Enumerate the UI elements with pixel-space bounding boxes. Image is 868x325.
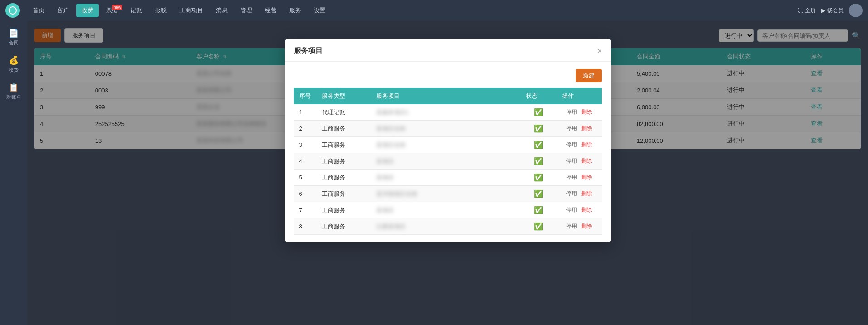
stop-button[interactable]: 停用 bbox=[566, 141, 577, 149]
stop-button[interactable]: 停用 bbox=[566, 206, 577, 214]
modal-table-row: 7 工商服务 某项目 ✅ 停用 删除 bbox=[294, 202, 602, 218]
contract-icon: 📄 bbox=[9, 28, 19, 38]
delete-button[interactable]: 删除 bbox=[581, 141, 592, 149]
nav-fee[interactable]: 收费 bbox=[76, 4, 99, 17]
status-check-icon: ✅ bbox=[534, 174, 543, 181]
logo-icon bbox=[9, 6, 17, 15]
nav-menu: 首页 客户 收费 票据 new 记账 报税 工商项目 消息 管理 经营 服务 设… bbox=[27, 4, 798, 17]
modal-table-row: 3 工商服务 某项目名称 ✅ 停用 删除 bbox=[294, 137, 602, 153]
stop-button[interactable]: 停用 bbox=[566, 157, 577, 165]
status-check-icon: ✅ bbox=[534, 108, 543, 116]
sidebar-item-fee[interactable]: 💰 收费 bbox=[1, 52, 26, 77]
modal-table-row: 6 工商服务 某详细项目名称 ✅ 停用 删除 bbox=[294, 186, 602, 202]
nav-operation[interactable]: 经营 bbox=[259, 4, 282, 17]
nav-invoice[interactable]: 票据 new bbox=[101, 4, 123, 17]
status-check-icon: ✅ bbox=[534, 223, 543, 230]
modal-table-row: 8 工商服务 注册某项目 ✅ 停用 删除 bbox=[294, 218, 602, 235]
status-check-icon: ✅ bbox=[534, 125, 543, 132]
top-navigation: 首页 客户 收费 票据 new 记账 报税 工商项目 消息 管理 经营 服务 设… bbox=[0, 0, 868, 21]
mth-item: 服务项目 bbox=[371, 88, 520, 104]
fullscreen-icon: ⛶ bbox=[798, 7, 803, 14]
stop-button[interactable]: 停用 bbox=[566, 125, 577, 132]
delete-button[interactable]: 删除 bbox=[581, 206, 592, 214]
mth-op: 操作 bbox=[557, 88, 602, 104]
modal-close-button[interactable]: × bbox=[597, 47, 601, 55]
delete-button[interactable]: 删除 bbox=[581, 157, 592, 165]
fee-icon: 💰 bbox=[9, 55, 19, 65]
modal-table-row: 4 工商服务 某项目 ✅ 停用 删除 bbox=[294, 153, 602, 170]
stop-button[interactable]: 停用 bbox=[566, 108, 577, 116]
nav-badge-new: new bbox=[112, 5, 122, 10]
nav-message[interactable]: 消息 bbox=[210, 4, 233, 17]
modal-table-row: 2 工商服务 某项目名称 ✅ 停用 删除 bbox=[294, 121, 602, 137]
nav-home[interactable]: 首页 bbox=[27, 4, 50, 17]
modal-body: 新建 序号 服务类型 服务项目 状态 操作 bbox=[285, 62, 611, 242]
modal-header: 服务项目 × bbox=[285, 39, 611, 62]
member-button[interactable]: ▶ 畅会员 bbox=[821, 7, 844, 15]
delete-button[interactable]: 删除 bbox=[581, 108, 592, 116]
modal-table-wrapper: 序号 服务类型 服务项目 状态 操作 1 代理记账 bbox=[294, 88, 602, 235]
status-check-icon: ✅ bbox=[534, 190, 543, 198]
nav-service[interactable]: 服务 bbox=[284, 4, 306, 17]
mth-type: 服务类型 bbox=[316, 88, 371, 104]
stop-button[interactable]: 停用 bbox=[566, 174, 577, 181]
service-items-modal: 服务项目 × 新建 序号 服务类型 服务项目 bbox=[285, 39, 611, 242]
mth-status: 状态 bbox=[520, 88, 557, 104]
member-icon: ▶ bbox=[821, 7, 825, 14]
modal-table-header: 序号 服务类型 服务项目 状态 操作 bbox=[294, 88, 602, 104]
reconcile-icon: 📋 bbox=[9, 82, 19, 92]
mth-seq: 序号 bbox=[294, 88, 316, 104]
delete-button[interactable]: 删除 bbox=[581, 125, 592, 132]
content-area: 新增 服务项目 进行中 已完成 已终止 🔍 序号 合同编码 bbox=[27, 21, 868, 325]
modal-table-row: 1 代理记账 某服务项目1 ✅ 停用 删除 bbox=[294, 104, 602, 121]
nav-settings[interactable]: 设置 bbox=[308, 4, 331, 17]
left-sidebar: 📄 合同 💰 收费 📋 对账单 bbox=[0, 21, 27, 325]
modal-toolbar: 新建 bbox=[294, 69, 602, 82]
status-check-icon: ✅ bbox=[534, 206, 543, 214]
delete-button[interactable]: 删除 bbox=[581, 174, 592, 181]
sidebar-item-reconcile[interactable]: 📋 对账单 bbox=[1, 79, 26, 104]
nav-bookkeeping[interactable]: 记账 bbox=[125, 4, 148, 17]
modal-new-button[interactable]: 新建 bbox=[576, 69, 602, 82]
nav-business[interactable]: 工商项目 bbox=[174, 4, 209, 17]
sidebar-item-contract[interactable]: 📄 合同 bbox=[1, 24, 26, 50]
service-items-table: 序号 服务类型 服务项目 状态 操作 1 代理记账 bbox=[294, 88, 602, 235]
status-check-icon: ✅ bbox=[534, 141, 543, 149]
nav-tax[interactable]: 报税 bbox=[150, 4, 172, 17]
delete-button[interactable]: 删除 bbox=[581, 223, 592, 230]
stop-button[interactable]: 停用 bbox=[566, 190, 577, 198]
stop-button[interactable]: 停用 bbox=[566, 223, 577, 230]
fullscreen-button[interactable]: ⛶ 全屏 bbox=[798, 7, 816, 15]
app-logo[interactable] bbox=[5, 3, 20, 18]
delete-button[interactable]: 删除 bbox=[581, 190, 592, 198]
nav-manage[interactable]: 管理 bbox=[235, 4, 257, 17]
top-nav-right: ⛶ 全屏 ▶ 畅会员 bbox=[798, 4, 863, 17]
status-check-icon: ✅ bbox=[534, 157, 543, 165]
nav-client[interactable]: 客户 bbox=[52, 4, 74, 17]
modal-table-row: 5 工商服务 某项目 ✅ 停用 删除 bbox=[294, 170, 602, 186]
modal-overlay[interactable]: 服务项目 × 新建 序号 服务类型 服务项目 bbox=[27, 21, 868, 325]
user-avatar[interactable] bbox=[849, 4, 863, 17]
main-layout: 📄 合同 💰 收费 📋 对账单 新增 服务项目 进行中 已完成 已终止 bbox=[0, 21, 868, 325]
modal-title: 服务项目 bbox=[294, 46, 323, 56]
